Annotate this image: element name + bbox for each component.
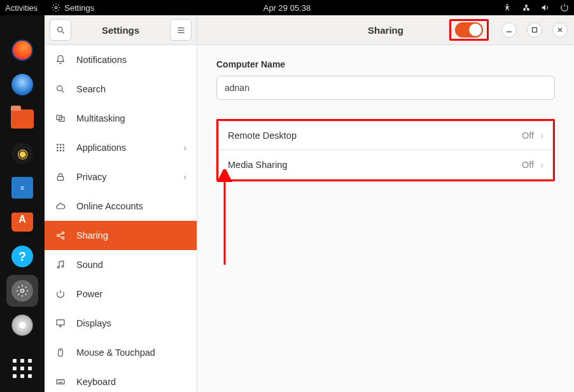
- option-media-sharing[interactable]: Media Sharing Off ›: [218, 150, 553, 179]
- svg-point-23: [57, 267, 59, 269]
- annotation-options-highlight: Remote Desktop Off › Media Sharing Off ›: [216, 119, 555, 181]
- firefox-icon: [11, 39, 33, 61]
- window-close-button[interactable]: [552, 22, 568, 38]
- sidebar-item-applications[interactable]: Applications ›: [45, 133, 197, 162]
- computer-name-input[interactable]: [216, 76, 555, 100]
- sidebar-item-online-accounts[interactable]: Online Accounts: [45, 192, 197, 221]
- svg-point-11: [60, 144, 62, 146]
- chevron-right-icon: ›: [540, 160, 543, 170]
- sharing-master-switch[interactable]: [455, 22, 483, 38]
- topbar-app-menu[interactable]: Settings: [52, 3, 94, 13]
- thunderbird-icon: [11, 74, 33, 95]
- sidebar-item-label: Sharing: [76, 230, 108, 241]
- svg-point-0: [55, 6, 58, 9]
- document-icon: ≡: [11, 177, 33, 199]
- sidebar-item-label: Applications: [76, 143, 126, 153]
- sidebar-item-sharing[interactable]: Sharing: [45, 221, 197, 250]
- display-icon: [55, 318, 66, 328]
- gear-icon: [11, 280, 33, 302]
- sidebar-item-search[interactable]: Search: [45, 74, 197, 104]
- activities-button[interactable]: Activities: [5, 3, 38, 13]
- svg-rect-28: [533, 28, 537, 32]
- svg-point-14: [60, 147, 62, 149]
- option-status: Off: [522, 160, 534, 170]
- svg-point-7: [57, 86, 62, 91]
- sidebar-item-power[interactable]: Power: [45, 279, 197, 309]
- sidebar-item-label: Online Accounts: [76, 201, 143, 211]
- network-icon[interactable]: [522, 3, 531, 12]
- content-header: Sharing: [197, 15, 574, 45]
- switch-knob: [469, 24, 482, 36]
- gear-icon: [52, 3, 60, 12]
- hamburger-button[interactable]: [170, 19, 192, 41]
- svg-rect-4: [525, 4, 528, 7]
- sidebar-item-label: Privacy: [76, 172, 107, 182]
- sidebar-item-label: Search: [76, 84, 106, 94]
- maximize-icon: [531, 27, 538, 33]
- speaker-icon: ◉: [11, 143, 33, 164]
- svg-rect-25: [57, 320, 64, 325]
- power-icon[interactable]: [560, 3, 569, 12]
- content-body: Computer Name Remote Desktop Off › Media…: [197, 45, 574, 195]
- settings-sidebar: Settings Notifications Search Multitaski…: [45, 15, 197, 392]
- store-icon: [11, 213, 33, 232]
- svg-point-12: [62, 144, 64, 146]
- svg-point-15: [62, 147, 64, 149]
- option-status: Off: [522, 130, 534, 141]
- accessibility-icon[interactable]: [503, 3, 512, 12]
- dock-thunderbird[interactable]: [6, 69, 38, 101]
- keyboard-icon: [55, 377, 66, 387]
- search-icon: [56, 25, 66, 35]
- svg-rect-27: [57, 380, 64, 384]
- sidebar-header: Settings: [45, 15, 197, 45]
- volume-icon[interactable]: [541, 3, 550, 12]
- dock-settings[interactable]: [6, 275, 38, 307]
- topbar-clock[interactable]: Apr 29 05:38: [263, 3, 311, 13]
- annotation-switch-highlight: [449, 19, 489, 41]
- search-icon: [55, 84, 66, 94]
- chevron-right-icon: ›: [183, 172, 186, 182]
- sidebar-item-multitasking[interactable]: Multitasking: [45, 104, 197, 133]
- sidebar-item-sound[interactable]: Sound: [45, 250, 197, 279]
- option-remote-desktop[interactable]: Remote Desktop Off ›: [218, 121, 553, 150]
- option-label: Media Sharing: [228, 160, 288, 170]
- dock-help[interactable]: ?: [6, 241, 38, 272]
- sidebar-item-keyboard[interactable]: Keyboard: [45, 367, 197, 392]
- sidebar-item-notifications[interactable]: Notifications: [45, 45, 197, 74]
- dock-disc[interactable]: [6, 309, 38, 341]
- hamburger-icon: [176, 25, 186, 35]
- content-pane: Sharing Computer Name Remote De: [197, 15, 574, 392]
- chevron-right-icon: ›: [183, 143, 186, 153]
- window-maximize-button[interactable]: [527, 22, 542, 38]
- sidebar-title: Settings: [76, 25, 165, 36]
- settings-window: Settings Notifications Search Multitaski…: [45, 15, 574, 392]
- svg-point-13: [57, 147, 59, 149]
- dock-rhythmbox[interactable]: ◉: [6, 137, 38, 169]
- folder-icon: [11, 109, 34, 129]
- bell-icon: [55, 55, 66, 65]
- disc-icon: [11, 314, 33, 336]
- show-applications[interactable]: [6, 353, 38, 384]
- dock-files[interactable]: [6, 103, 38, 135]
- dock-software[interactable]: [6, 206, 38, 238]
- grid-icon: [55, 143, 66, 153]
- svg-point-5: [21, 290, 24, 293]
- dock-writer[interactable]: ≡: [6, 172, 38, 204]
- svg-point-10: [57, 144, 59, 146]
- sidebar-item-mouse[interactable]: Mouse & Touchpad: [45, 338, 197, 367]
- nav-list: Notifications Search Multitasking Applic…: [45, 45, 197, 392]
- sidebar-item-privacy[interactable]: Privacy ›: [45, 162, 197, 192]
- dock-firefox[interactable]: [6, 34, 38, 66]
- window-minimize-button[interactable]: [501, 22, 517, 38]
- search-button[interactable]: [50, 19, 71, 41]
- computer-name-label: Computer Name: [216, 59, 555, 69]
- svg-point-18: [62, 150, 64, 151]
- sidebar-item-label: Notifications: [76, 55, 127, 65]
- svg-point-24: [62, 265, 64, 267]
- lock-icon: [55, 172, 66, 182]
- svg-point-16: [57, 150, 59, 151]
- sidebar-item-displays[interactable]: Displays: [45, 309, 197, 338]
- note-icon: [55, 260, 66, 270]
- dock: ◉ ≡ ?: [0, 15, 45, 392]
- multitask-icon: [55, 113, 66, 123]
